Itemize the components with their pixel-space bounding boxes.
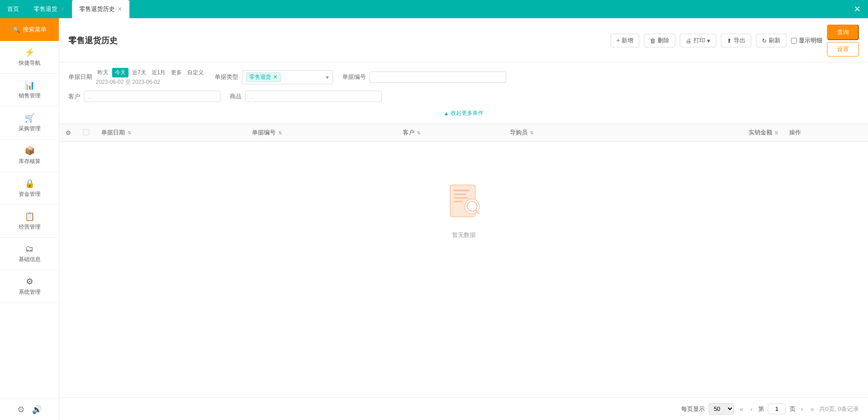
tab-home[interactable]: 首页 bbox=[0, 0, 26, 18]
operations-icon: 📋 bbox=[25, 211, 35, 221]
table-settings-icon[interactable]: ⚙ bbox=[65, 129, 72, 136]
filter-row-1: 单据日期 昨天 今天 近7天 近1月 更多 自定义 2023-06-02 至 2… bbox=[68, 68, 859, 86]
sidebar-item-inventory[interactable]: 📦 库存核算 bbox=[0, 139, 59, 172]
svg-rect-1 bbox=[454, 190, 470, 191]
customer-input[interactable]: ... bbox=[84, 91, 221, 102]
finance-icon: 🔒 bbox=[25, 179, 35, 189]
id-input[interactable] bbox=[370, 72, 506, 83]
sidebar-item-quick-nav-label: 快捷导航 bbox=[19, 59, 41, 67]
tab-retail-return-history-label: 零售退货历史 bbox=[79, 5, 115, 13]
sidebar-bottom: ⚙ 🔊 bbox=[0, 399, 59, 420]
sidebar-item-operations-label: 经营管理 bbox=[19, 223, 41, 231]
guide-sort-icon: ⇅ bbox=[530, 130, 534, 135]
sidebar-item-basic-info[interactable]: 🗂 基础信息 bbox=[0, 238, 59, 270]
show-detail-checkbox[interactable] bbox=[791, 38, 797, 44]
empty-illustration bbox=[441, 178, 487, 224]
col-date[interactable]: 单据日期 ⇅ bbox=[96, 124, 247, 142]
top-bar-close[interactable]: ✕ bbox=[854, 4, 868, 14]
col-guide[interactable]: 导购员 ⇅ bbox=[504, 124, 633, 142]
table-body: 暂无数据 bbox=[59, 142, 868, 276]
filter-collapse: ▲ 收起更多条件 bbox=[68, 107, 859, 118]
tab-retail-return-close[interactable]: ✕ bbox=[60, 6, 65, 12]
prev-page-button[interactable]: ‹ bbox=[749, 405, 755, 414]
tab-retail-return-label: 零售退货 bbox=[34, 5, 57, 13]
last-page-button[interactable]: » bbox=[809, 405, 816, 414]
svg-rect-2 bbox=[454, 194, 467, 195]
date-btn-7days[interactable]: 近7天 bbox=[130, 68, 148, 77]
svg-rect-3 bbox=[454, 197, 468, 199]
delete-button[interactable]: 🗑 删除 bbox=[644, 34, 675, 47]
page-input[interactable] bbox=[768, 404, 786, 414]
sidebar-item-quick-nav[interactable]: ⚡ 快捷导航 bbox=[0, 41, 59, 74]
date-btn-custom[interactable]: 自定义 bbox=[185, 68, 205, 77]
type-select[interactable]: 零售退货 ✕ ▾ bbox=[242, 70, 333, 84]
filter-area: 单据日期 昨天 今天 近7天 近1月 更多 自定义 2023-06-02 至 2… bbox=[59, 62, 868, 124]
refresh-button[interactable]: ↻ 刷新 bbox=[756, 34, 786, 47]
sales-icon: 📊 bbox=[25, 80, 35, 90]
gear-icon[interactable]: ⚙ bbox=[17, 405, 25, 415]
top-bar: 首页 零售退货 ✕ 零售退货历史 ✕ ✕ bbox=[0, 0, 868, 18]
first-page-button[interactable]: « bbox=[738, 405, 745, 414]
date-label: 单据日期 bbox=[68, 73, 92, 81]
tab-retail-return[interactable]: 零售退货 ✕ bbox=[26, 0, 72, 18]
date-btn-today[interactable]: 今天 bbox=[112, 68, 128, 77]
print-button[interactable]: 🖨 打印 ▾ bbox=[680, 34, 716, 47]
tab-home-label: 首页 bbox=[7, 5, 19, 13]
type-tag: 零售退货 ✕ bbox=[246, 72, 281, 82]
sidebar-search[interactable]: 🔍 搜索菜单 bbox=[0, 18, 59, 41]
col-action: 操作 bbox=[784, 124, 868, 142]
query-button[interactable]: 查询 bbox=[827, 25, 859, 40]
amount-sort-icon: ⇅ bbox=[775, 130, 778, 135]
empty-state: 暂无数据 bbox=[59, 142, 868, 276]
col-customer[interactable]: 客户 ⇅ bbox=[397, 124, 504, 142]
export-icon: ⬆ bbox=[727, 37, 732, 44]
page-title: 零售退货历史 bbox=[68, 35, 118, 46]
customer-sort-icon: ⇅ bbox=[417, 130, 421, 135]
purchase-icon: 🛒 bbox=[25, 113, 35, 123]
date-btn-1month[interactable]: 近1月 bbox=[150, 68, 168, 77]
filter-customer: 客户 ... bbox=[68, 91, 221, 102]
sidebar-item-system[interactable]: ⚙ 系统管理 bbox=[0, 270, 59, 303]
collapse-button[interactable]: ▲ 收起更多条件 bbox=[444, 109, 484, 117]
system-icon: ⚙ bbox=[26, 277, 33, 287]
sidebar-item-sales-label: 销售管理 bbox=[19, 92, 41, 100]
set-button[interactable]: 设置 bbox=[827, 42, 859, 56]
sidebar-item-finance[interactable]: 🔒 资金管理 bbox=[0, 172, 59, 205]
toolbar-right: 查询 设置 bbox=[827, 25, 859, 56]
toolbar: + 新增 🗑 删除 🖨 打印 ▾ ⬆ 导出 ↻ bbox=[611, 25, 859, 56]
filter-date: 单据日期 昨天 今天 近7天 近1月 更多 自定义 2023-06-02 至 2… bbox=[68, 68, 205, 86]
show-detail-toggle[interactable]: 显示明细 bbox=[791, 36, 822, 45]
sidebar-item-finance-label: 资金管理 bbox=[19, 190, 41, 198]
new-button[interactable]: + 新增 bbox=[611, 34, 639, 47]
search-icon: 🔍 bbox=[13, 26, 20, 33]
tab-retail-return-history-close[interactable]: ✕ bbox=[118, 6, 122, 12]
sidebar-item-sales[interactable]: 📊 销售管理 bbox=[0, 74, 59, 107]
col-amount[interactable]: 实销金额 ⇅ bbox=[633, 124, 784, 142]
date-range: 2023-06-02 至 2023-06-02 bbox=[96, 78, 205, 86]
table-area: ⚙ 单据日期 ⇅ 单据编号 ⇅ bbox=[59, 124, 868, 397]
sidebar-item-operations[interactable]: 📋 经营管理 bbox=[0, 205, 59, 238]
per-page-select[interactable]: 50 20 100 bbox=[709, 403, 734, 415]
next-page-button[interactable]: › bbox=[799, 405, 805, 414]
tab-retail-return-history[interactable]: 零售退货历史 ✕ bbox=[72, 0, 129, 18]
number-sort-icon: ⇅ bbox=[278, 130, 282, 135]
sidebar: 🔍 搜索菜单 ⚡ 快捷导航 📊 销售管理 🛒 采购管理 📦 库存核算 🔒 资金管… bbox=[0, 18, 59, 420]
type-tag-remove[interactable]: ✕ bbox=[273, 74, 277, 80]
date-btn-yesterday[interactable]: 昨天 bbox=[96, 68, 110, 77]
print-icon: 🖨 bbox=[686, 37, 692, 44]
quick-nav-icon: ⚡ bbox=[25, 47, 35, 57]
sound-icon[interactable]: 🔊 bbox=[32, 405, 42, 415]
col-checkbox bbox=[77, 124, 96, 142]
type-select-chevron: ▾ bbox=[326, 74, 329, 81]
id-label: 单据编号 bbox=[342, 73, 366, 81]
select-all-checkbox[interactable] bbox=[83, 129, 89, 135]
sidebar-item-inventory-label: 库存核算 bbox=[19, 158, 41, 165]
col-number[interactable]: 单据编号 ⇅ bbox=[247, 124, 397, 142]
sidebar-item-purchase[interactable]: 🛒 采购管理 bbox=[0, 107, 59, 139]
delete-icon: 🗑 bbox=[650, 37, 656, 44]
goods-input[interactable]: ... bbox=[245, 91, 382, 102]
collapse-label: 收起更多条件 bbox=[451, 109, 483, 117]
date-btn-more[interactable]: 更多 bbox=[169, 68, 184, 77]
col-settings: ⚙ bbox=[59, 124, 77, 142]
export-button[interactable]: ⬆ 导出 bbox=[721, 34, 751, 47]
